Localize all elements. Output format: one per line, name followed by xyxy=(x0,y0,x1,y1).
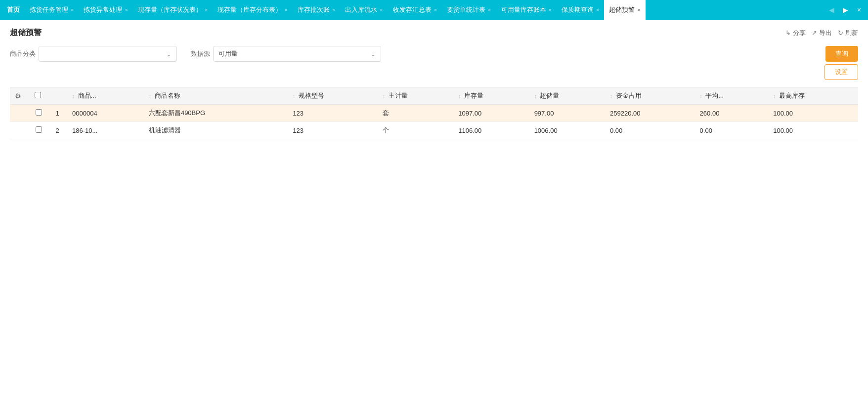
gear-icon[interactable]: ⚙ xyxy=(15,92,21,100)
row-checkbox-cell xyxy=(30,105,47,122)
row-inventory: 1097.00 xyxy=(453,105,529,122)
nav-tab-quality-check[interactable]: 保质期查询 × xyxy=(557,0,604,20)
share-icon: ↳ xyxy=(785,29,791,37)
row-unit: 套 xyxy=(378,105,453,122)
nav-close-button[interactable]: × xyxy=(852,0,866,20)
row-spec: 123 xyxy=(288,105,378,122)
nav-tab-inout-flow[interactable]: 出入库流水 × xyxy=(340,0,388,20)
row-overstock: 997.00 xyxy=(529,105,605,122)
nav-tab-task-mgmt[interactable]: 拣货任务管理 × xyxy=(25,0,79,20)
col-product-name[interactable]: ↕ 商品名称 xyxy=(144,87,288,105)
gear-header: ⚙ xyxy=(10,87,30,105)
close-icon[interactable]: × xyxy=(332,7,335,13)
nav-tab-batch-account[interactable]: 库存批次账 × xyxy=(293,0,340,20)
sort-icon: ↕ xyxy=(149,93,151,99)
row-product-code: 0000004 xyxy=(67,105,144,122)
header-actions: ↳ 分享 ↗ 导出 ↻ 刷新 xyxy=(785,29,858,38)
table-body: 1 0000004 六配套新昌490BPG 123 套 1097.00 997.… xyxy=(10,105,858,139)
row-checkbox[interactable] xyxy=(36,126,42,133)
row-number: 2 xyxy=(47,122,67,139)
col-overstock[interactable]: ↕ 超储量 xyxy=(529,87,605,105)
row-spec: 123 xyxy=(288,122,378,139)
nav-tab-inventory-dist[interactable]: 现存量（库存分布表） × xyxy=(213,0,292,20)
close-icon[interactable]: × xyxy=(549,7,552,13)
product-category-filter: 商品分类 ⌄ xyxy=(10,46,177,62)
page-content: 超储预警 ↳ 分享 ↗ 导出 ↻ 刷新 商品分类 ⌄ xyxy=(0,20,868,395)
row-gear-cell xyxy=(10,122,30,139)
settings-button[interactable]: 设置 xyxy=(825,64,858,80)
top-nav: 首页 拣货任务管理 × 拣货异常处理 × 现存量（库存状况表） × 现存量（库存… xyxy=(0,0,868,20)
nav-next-button[interactable]: ▶ xyxy=(838,0,852,20)
chevron-down-icon: ⌄ xyxy=(166,50,172,58)
col-spec[interactable]: ↕ 规格型号 xyxy=(288,87,378,105)
sort-icon: ↕ xyxy=(610,93,612,99)
nav-tab-home[interactable]: 首页 xyxy=(2,0,25,20)
close-icon[interactable]: × xyxy=(71,7,74,13)
row-capital-usage: 259220.00 xyxy=(605,105,695,122)
row-product-code: 186-10... xyxy=(67,122,144,139)
col-unit[interactable]: ↕ 主计量 xyxy=(378,87,453,105)
sort-icon: ↕ xyxy=(293,93,295,99)
row-checkbox-cell xyxy=(30,122,47,139)
close-icon[interactable]: × xyxy=(125,7,128,13)
query-button[interactable]: 查询 xyxy=(825,46,858,62)
nav-arrows: ◀ ▶ × xyxy=(825,0,866,20)
close-icon[interactable]: × xyxy=(434,7,437,13)
data-source-filter: 数据源 可用量 ⌄ xyxy=(191,46,381,62)
share-button[interactable]: ↳ 分享 xyxy=(785,29,806,38)
select-all-checkbox[interactable] xyxy=(35,92,41,98)
table-header-row: ⚙ ↕ 商品... ↕ 商品名称 ↕ 规格型号 xyxy=(10,87,858,105)
col-avg[interactable]: ↕ 平均... xyxy=(695,87,769,105)
close-icon[interactable]: × xyxy=(205,7,208,13)
close-icon[interactable]: × xyxy=(488,7,491,13)
sort-icon: ↕ xyxy=(383,93,385,99)
data-source-label: 数据源 xyxy=(191,49,210,58)
nav-tab-abnormal[interactable]: 拣货异常处理 × xyxy=(79,0,132,20)
row-number: 1 xyxy=(47,105,67,122)
row-gear-cell xyxy=(10,105,30,122)
sort-icon: ↕ xyxy=(700,93,702,99)
export-icon: ↗ xyxy=(812,29,817,37)
checkbox-header xyxy=(30,87,47,105)
row-overstock: 1006.00 xyxy=(529,122,605,139)
row-inventory: 1106.00 xyxy=(453,122,529,139)
row-avg: 260.00 xyxy=(695,105,769,122)
page-title: 超储预警 xyxy=(10,28,42,38)
nav-prev-button[interactable]: ◀ xyxy=(825,0,838,20)
col-capital-usage[interactable]: ↕ 资金占用 xyxy=(605,87,695,105)
data-table: ⚙ ↕ 商品... ↕ 商品名称 ↕ 规格型号 xyxy=(10,87,858,139)
refresh-icon: ↻ xyxy=(838,29,843,37)
col-inventory[interactable]: ↕ 库存量 xyxy=(453,87,529,105)
sort-icon: ↕ xyxy=(534,93,537,99)
data-source-select[interactable]: 可用量 ⌄ xyxy=(213,46,381,62)
col-product-code[interactable]: ↕ 商品... xyxy=(67,87,144,105)
close-icon[interactable]: × xyxy=(596,7,599,13)
chevron-down-icon: ⌄ xyxy=(370,50,376,58)
data-source-value: 可用量 xyxy=(218,49,238,58)
sort-icon: ↕ xyxy=(72,93,75,99)
nav-tab-overstock-warning[interactable]: 超储预警 × xyxy=(604,0,645,20)
close-icon[interactable]: × xyxy=(284,7,287,13)
row-max-inventory: 100.00 xyxy=(768,105,858,122)
sort-icon: ↕ xyxy=(773,93,776,99)
product-category-label: 商品分类 xyxy=(10,49,36,58)
close-icon[interactable]: × xyxy=(380,7,383,13)
export-button[interactable]: ↗ 导出 xyxy=(812,29,832,38)
row-avg: 0.00 xyxy=(695,122,769,139)
row-unit: 个 xyxy=(378,122,453,139)
row-max-inventory: 100.00 xyxy=(768,122,858,139)
nav-tab-inventory-status[interactable]: 现存量（库存状况表） × xyxy=(133,0,213,20)
close-icon[interactable]: × xyxy=(637,7,640,13)
table-row: 2 186-10... 机油滤清器 123 个 1106.00 1006.00 … xyxy=(10,122,858,139)
nav-tab-collect-summary[interactable]: 收发存汇总表 × xyxy=(388,0,442,20)
page-header: 超储预警 ↳ 分享 ↗ 导出 ↻ 刷新 xyxy=(10,28,858,38)
table-row: 1 0000004 六配套新昌490BPG 123 套 1097.00 997.… xyxy=(10,105,858,122)
row-checkbox[interactable] xyxy=(36,109,42,116)
nav-tab-available-account[interactable]: 可用量库存账本 × xyxy=(496,0,557,20)
nav-tab-order-stats[interactable]: 要货单统计表 × xyxy=(442,0,496,20)
row-capital-usage: 0.00 xyxy=(605,122,695,139)
sort-icon: ↕ xyxy=(458,93,461,99)
col-max-inventory[interactable]: ↕ 最高库存 xyxy=(768,87,858,105)
refresh-button[interactable]: ↻ 刷新 xyxy=(838,29,858,38)
product-category-select[interactable]: ⌄ xyxy=(39,46,177,62)
